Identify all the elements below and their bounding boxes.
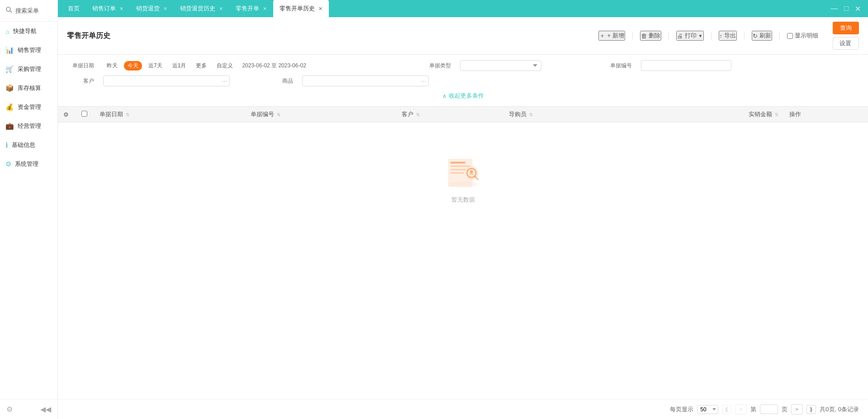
refresh-label: 刷新 [759,32,771,40]
goods-label: 商品 [266,77,293,85]
page-number-input[interactable]: 1 [760,405,778,414]
tab-sales-return[interactable]: 销货退货 ✕ [130,0,174,17]
settings-gear-icon[interactable]: ⚙ [6,405,13,414]
sidebar-item-inventory[interactable]: 📦 库存核算 [0,79,57,98]
date-btn-1month[interactable]: 近1月 [169,61,190,71]
tab-sales-return-label: 销货退货 [136,5,160,13]
table-header-row: ⚙ 单据日期 ⇅ 单据编号 ⇅ [58,107,868,122]
page-first-btn[interactable]: ⟪ [722,405,731,414]
tab-retail-history[interactable]: 零售开单历史 ✕ [273,0,329,17]
toolbar: ＋ + 新增 🗑 删除 🖨 打印 ▼ ↑ 导出 ↻ 刷新 [598,22,859,50]
tab-home[interactable]: 首页 [62,0,86,17]
settings-label: 设置 [840,39,851,47]
sidebar-item-sales[interactable]: 📊 销售管理 [0,41,57,60]
date-range-display: 2023-06-02 至 2023-06-02 [242,62,306,70]
tab-retail-order-label: 零售开单 [236,5,259,13]
tab-sales-order-close[interactable]: ✕ [119,6,123,12]
refresh-icon: ↻ [753,33,758,39]
customer-more-icon[interactable]: ··· [222,77,227,85]
tab-sales-return-history-close[interactable]: ✕ [219,6,223,12]
page-prev-btn[interactable]: ＜ [735,404,747,414]
system-icon: ⚙ [5,160,11,168]
goods-more-icon[interactable]: ··· [421,77,426,85]
empty-illustration [441,150,486,190]
display-detail-label[interactable]: 显示明细 [787,32,818,40]
print-button[interactable]: 🖨 打印 ▼ [676,31,704,41]
goods-input[interactable] [302,75,429,86]
tab-sales-return-close[interactable]: ✕ [163,6,167,12]
tab-retail-history-close[interactable]: ✕ [318,6,323,12]
date-btn-custom[interactable]: 自定义 [213,61,237,71]
chart-icon: 📊 [5,46,14,54]
select-all-checkbox[interactable] [81,111,87,117]
sidebar-item-label: 基础信息 [12,141,35,149]
sidebar-item-finance[interactable]: 💰 资金管理 [0,98,57,117]
sidebar-item-label: 资金管理 [18,103,41,111]
date-btn-yesterday[interactable]: 昨天 [103,61,121,71]
export-button[interactable]: ↑ 导出 [719,31,737,41]
minimize-icon[interactable]: — [830,5,838,13]
collapse-up-icon: ∧ [442,93,447,99]
sort-amount-icon[interactable]: ⇅ [775,112,778,117]
sidebar-item-purchase[interactable]: 🛒 采购管理 [0,60,57,79]
sort-date-icon[interactable]: ⇅ [126,112,129,117]
per-page-select[interactable]: 20 50 100 [697,405,718,414]
query-button[interactable]: 查询 [833,22,859,34]
export-icon: ↑ [720,33,723,39]
collapse-filter-row[interactable]: ∧ 收起更多条件 [67,91,859,101]
date-btn-today[interactable]: 今天 [124,61,142,71]
date-btn-more[interactable]: 更多 [192,61,210,71]
sidebar-item-operations[interactable]: 💼 经营管理 [0,117,57,136]
doc-num-input[interactable] [641,60,731,71]
data-table: ⚙ 单据日期 ⇅ 单据编号 ⇅ [58,107,868,122]
sidebar-item-basic-info[interactable]: ℹ 基础信息 [0,136,57,155]
th-guide: 导购员 ⇅ [503,107,633,122]
filter-area: 单据日期 昨天 今天 近7天 近1月 更多 自定义 2023-06-02 至 2… [58,55,868,107]
tab-sales-return-history[interactable]: 销货退货历史 ✕ [174,0,229,17]
page-next-btn[interactable]: ＞ [791,404,803,414]
sidebar-item-label: 采购管理 [18,65,41,73]
table-settings-icon[interactable]: ⚙ [63,111,69,118]
query-label: 查询 [840,24,852,32]
toolbar-divider-3 [711,32,711,39]
page-total: 共0页, 0条记录 [820,405,859,414]
toolbar-divider-2 [669,32,669,39]
date-btn-7days[interactable]: 近7天 [145,61,166,71]
delete-icon: 🗑 [641,33,647,39]
toolbar-divider-1 [632,32,633,39]
customer-input[interactable] [103,75,230,86]
doc-type-select[interactable] [460,60,541,71]
svg-line-1 [10,11,12,13]
sidebar-bottom: ⚙ ◀◀ [0,399,57,419]
briefcase-icon: 💼 [5,122,14,130]
settings-button[interactable]: 设置 [833,37,859,50]
info-icon: ℹ [5,141,8,149]
tab-retail-order-close[interactable]: ✕ [263,6,267,12]
tab-sales-order[interactable]: 销售订单 ✕ [86,0,130,17]
customer-input-wrap: ··· [103,75,230,86]
collapse-label: 收起更多条件 [449,92,484,100]
restore-icon[interactable]: □ [844,5,849,13]
filter-row-2: 客户 ··· 商品 ··· [67,75,859,86]
th-docnum-label: 单据编号 [251,111,274,118]
page-last-btn[interactable]: ⟫ [806,405,816,414]
sort-docnum-icon[interactable]: ⇅ [277,112,280,117]
pagination: 每页显示 20 50 100 ⟪ ＜ 第 1 页 ＞ ⟫ 共0页, 0条记录 [58,399,868,419]
home-icon: ⌂ [5,28,9,35]
date-buttons: 昨天 今天 近7天 近1月 更多 自定义 2023-06-02 至 2023-0… [103,61,306,71]
close-icon[interactable]: ✕ [855,5,861,13]
tab-retail-order[interactable]: 零售开单 ✕ [229,0,273,17]
box-icon: 📦 [5,84,14,92]
sort-customer-icon[interactable]: ⇅ [416,112,420,117]
th-customer: 客户 ⇅ [396,107,503,122]
sort-guide-icon[interactable]: ⇅ [529,112,533,117]
sidebar-item-system[interactable]: ⚙ 系统管理 [0,155,57,174]
collapse-sidebar-icon[interactable]: ◀◀ [40,405,51,414]
sidebar-item-quicknav[interactable]: ⌂ 快捷导航 [0,22,57,41]
add-button[interactable]: ＋ + 新增 [598,31,625,41]
delete-button[interactable]: 🗑 删除 [640,31,661,41]
delete-label: 删除 [649,32,660,40]
sidebar-search[interactable]: 搜索采单 [0,0,57,22]
display-detail-checkbox[interactable] [787,33,793,39]
refresh-button[interactable]: ↻ 刷新 [752,31,772,41]
